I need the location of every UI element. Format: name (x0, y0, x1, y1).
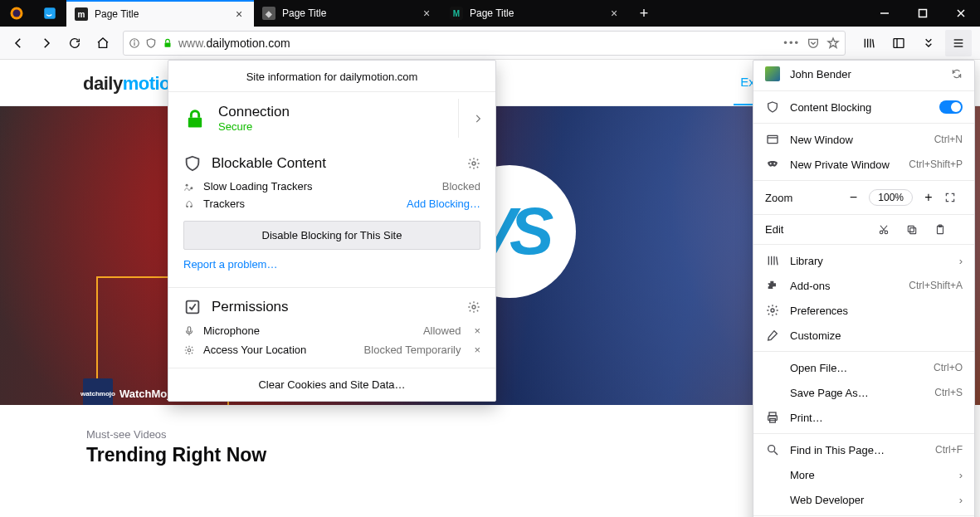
app-menu-button[interactable] (945, 30, 972, 56)
menu-preferences[interactable]: Preferences (753, 298, 974, 323)
cut-icon[interactable] (878, 224, 906, 236)
blockable-content-label: Blockable Content (212, 155, 326, 172)
menu-zoom-row: Zoom − 100% + (753, 184, 974, 211)
clear-permission-icon[interactable]: × (469, 324, 480, 337)
avatar (765, 66, 780, 81)
svg-point-44 (771, 309, 774, 312)
tab-title: Page Title (470, 7, 601, 19)
window-close-button[interactable] (942, 0, 980, 27)
window-icon (765, 133, 780, 146)
gear-icon[interactable] (467, 157, 480, 170)
disable-blocking-button[interactable]: Disable Blocking for This Site (183, 221, 480, 250)
perm-location-status: Blocked Temporarily (364, 344, 461, 356)
forward-button[interactable] (33, 30, 60, 56)
menu-more[interactable]: More › (753, 462, 974, 487)
menu-new-window[interactable]: New Window Ctrl+N (753, 127, 974, 152)
paint-icon (765, 329, 780, 342)
svg-rect-4 (919, 10, 927, 17)
sidebar-button[interactable] (885, 30, 912, 56)
pinned-tab-firefox[interactable] (0, 0, 33, 27)
menu-content-blocking[interactable]: Content Blocking (753, 95, 974, 119)
reload-button[interactable] (61, 30, 88, 56)
svg-line-49 (774, 451, 778, 455)
library-button[interactable] (856, 30, 882, 56)
overflow-chevron-icon[interactable] (915, 30, 942, 56)
home-button[interactable] (90, 30, 116, 56)
url-text[interactable]: www.dailymotion.com (178, 37, 778, 50)
report-problem-link[interactable]: Report a problem… (183, 253, 277, 279)
shield-icon (765, 100, 780, 114)
new-tab-button[interactable]: + (629, 0, 659, 27)
copy-icon[interactable] (906, 224, 934, 236)
tab-close-icon[interactable]: × (232, 7, 246, 21)
window-controls (865, 0, 980, 27)
menu-addons[interactable]: Add-ons Ctrl+Shift+A (753, 273, 974, 298)
site-info-panel: Site information for dailymotion.com Con… (168, 60, 496, 402)
menu-web-developer[interactable]: Web Developer › (753, 487, 974, 512)
tab-favicon: m (75, 7, 88, 21)
svg-rect-10 (165, 42, 171, 46)
window-minimize-button[interactable] (865, 0, 904, 27)
add-blocking-link[interactable]: Add Blocking… (407, 198, 480, 210)
svg-point-22 (186, 183, 188, 186)
svg-point-32 (770, 163, 772, 164)
chevron-right-icon: › (959, 494, 963, 506)
back-button[interactable] (5, 30, 32, 56)
tab-active[interactable]: m Page Title × (66, 0, 254, 27)
tab-favicon: M (450, 7, 463, 20)
menu-customize[interactable]: Customize (753, 323, 974, 348)
mask-icon (765, 158, 780, 171)
bookmark-star-icon[interactable] (826, 37, 840, 50)
tab-close-icon[interactable]: × (607, 7, 621, 20)
gear-icon[interactable] (467, 300, 480, 314)
fullscreen-icon[interactable] (944, 192, 963, 203)
svg-rect-20 (188, 117, 202, 127)
zoom-level[interactable]: 100% (869, 189, 913, 206)
paste-icon[interactable] (934, 224, 963, 236)
url-bar[interactable]: www.dailymotion.com ••• (123, 31, 846, 56)
site-logo[interactable]: dailymotion (83, 73, 181, 93)
zoom-out-button[interactable]: − (844, 190, 862, 205)
blockable-content-header: Blockable Content (168, 144, 495, 178)
channel-chip[interactable]: watchmojo WatchMojo (83, 378, 177, 405)
svg-point-33 (773, 163, 775, 164)
menu-save-page[interactable]: Save Page As… Ctrl+S (753, 380, 974, 405)
permissions-label: Permissions (212, 299, 289, 315)
chevron-right-icon[interactable] (472, 113, 484, 124)
menu-find[interactable]: Find in This Page… Ctrl+F (753, 437, 974, 462)
clear-permission-icon[interactable]: × (469, 344, 480, 356)
tab-background-1[interactable]: ◆ Page Title × (254, 0, 441, 27)
clear-site-data-button[interactable]: Clear Cookies and Site Data… (168, 368, 495, 401)
shield-icon (183, 154, 202, 173)
identity-info-icon[interactable] (129, 37, 140, 49)
content-blocking-toggle[interactable] (939, 100, 963, 114)
menu-new-private-window[interactable]: New Private Window Ctrl+Shift+P (753, 152, 974, 177)
connection-row[interactable]: Connection Secure (168, 91, 495, 144)
perm-location-label: Access Your Location (203, 344, 306, 356)
library-icon (765, 254, 780, 267)
pocket-icon[interactable] (807, 37, 820, 50)
tracking-protection-icon[interactable] (145, 37, 157, 49)
window-maximize-button[interactable] (904, 0, 942, 27)
svg-rect-37 (908, 226, 914, 232)
slow-trackers-icon (183, 181, 195, 193)
lock-icon[interactable] (162, 37, 173, 49)
puzzle-icon (765, 279, 780, 292)
account-name: John Bender (790, 68, 851, 80)
zoom-in-button[interactable]: + (919, 190, 938, 205)
tab-close-icon[interactable]: × (420, 7, 433, 20)
pinned-tab-app[interactable] (33, 0, 66, 27)
perm-microphone-status: Allowed (423, 324, 461, 337)
trackers-label: Trackers (203, 198, 245, 210)
svg-rect-15 (894, 38, 904, 47)
menu-print[interactable]: Print… (753, 405, 974, 430)
page-action-menu-icon[interactable]: ••• (783, 37, 800, 49)
tab-background-2[interactable]: M Page Title × (441, 0, 629, 27)
account-row[interactable]: John Bender (753, 61, 974, 87)
sync-icon[interactable] (951, 68, 963, 80)
nav-toolbar: www.dailymotion.com ••• (0, 27, 980, 60)
menu-open-file[interactable]: Open File… Ctrl+O (753, 355, 974, 380)
svg-rect-36 (910, 227, 916, 233)
menu-library[interactable]: Library › (753, 248, 974, 273)
svg-point-27 (472, 305, 475, 309)
